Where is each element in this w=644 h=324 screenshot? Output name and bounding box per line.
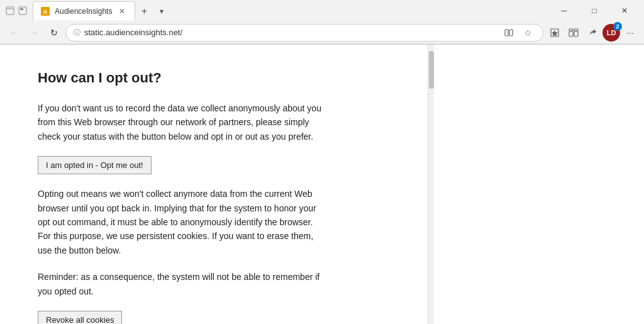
svg-text:A: A — [43, 9, 48, 15]
address-text: static.audienceinsights.net/ — [84, 28, 497, 37]
scrollbar-thumb[interactable] — [429, 51, 434, 89]
paragraph-reminder: Reminder: as a consequence, the system w… — [38, 270, 327, 298]
minimize-button[interactable]: ─ — [550, 1, 579, 20]
refresh-button[interactable]: ↻ — [45, 24, 63, 42]
opt-out-button[interactable]: I am opted in - Opt me out! — [38, 156, 152, 174]
tab-title: AudienceInsights — [55, 7, 112, 16]
toolbar-icons: LD 2 ··· — [546, 24, 639, 42]
title-bar: A AudienceInsights ✕ + ▾ ─ □ ✕ — [0, 0, 644, 21]
address-action-icons: ☆ — [501, 25, 535, 40]
revoke-cookies-button[interactable]: Revoke all cookies — [38, 311, 122, 324]
window-close-button[interactable]: ✕ — [610, 1, 639, 20]
scrollbar[interactable] — [428, 45, 434, 324]
svg-rect-11 — [574, 29, 578, 31]
share-icon[interactable] — [584, 24, 601, 42]
tab-menu-button[interactable]: ▾ — [153, 3, 170, 20]
svg-rect-10 — [569, 29, 573, 31]
page-icon — [5, 6, 15, 16]
address-bar: ← → ↻ ⓘ static.audienceinsights.net/ ☆ — [0, 21, 644, 44]
forward-button[interactable]: → — [25, 24, 43, 42]
svg-rect-6 — [505, 30, 508, 36]
tab-icon — [18, 6, 28, 16]
window-controls-left — [5, 6, 28, 16]
paragraph-intro: If you don't want us to record the data … — [38, 101, 327, 143]
favorites-icon[interactable]: ☆ — [520, 25, 535, 40]
title-bar-controls: ─ □ ✕ — [550, 1, 639, 20]
content-inner: How can I opt out? If you don't want us … — [0, 45, 428, 324]
paragraph-opting-out: Opting out means we won't collect anymor… — [38, 187, 327, 257]
profile-badge: 2 — [613, 22, 622, 31]
svg-rect-9 — [574, 31, 578, 36]
new-tab-button[interactable]: + — [135, 3, 153, 20]
address-input-wrapper[interactable]: ⓘ static.audienceinsights.net/ ☆ — [65, 24, 543, 42]
settings-more-button[interactable]: ··· — [621, 24, 639, 42]
profile-button[interactable]: LD 2 — [602, 24, 620, 42]
favorites-sidebar-icon[interactable] — [546, 24, 564, 42]
svg-rect-8 — [569, 31, 573, 36]
reader-view-icon[interactable] — [501, 25, 516, 40]
page-content: How can I opt out? If you don't want us … — [0, 45, 644, 324]
svg-rect-7 — [509, 30, 513, 36]
tab-bar: A AudienceInsights ✕ + ▾ — [33, 1, 550, 20]
browser-chrome: A AudienceInsights ✕ + ▾ ─ □ ✕ ← → ↻ ⓘ s… — [0, 0, 644, 45]
back-button[interactable]: ← — [5, 24, 23, 42]
maximize-button[interactable]: □ — [580, 1, 609, 20]
svg-rect-2 — [19, 7, 26, 14]
tab-favicon: A — [41, 7, 50, 16]
svg-rect-3 — [20, 8, 23, 10]
page-heading: How can I opt out? — [38, 70, 428, 86]
active-tab[interactable]: A AudienceInsights ✕ — [33, 1, 135, 20]
security-lock-icon: ⓘ — [74, 28, 80, 37]
tab-close-button[interactable]: ✕ — [117, 6, 127, 16]
svg-rect-0 — [6, 7, 14, 14]
collections-icon[interactable] — [565, 24, 582, 42]
